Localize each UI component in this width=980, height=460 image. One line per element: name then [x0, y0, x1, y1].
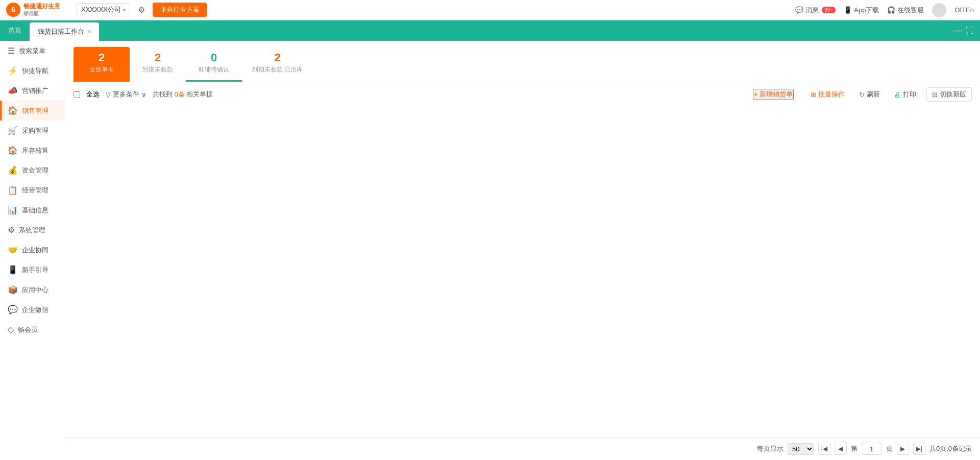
sidebar-quicknav-label: 快捷导航: [22, 66, 48, 76]
purchase-icon: 🛒: [8, 126, 18, 135]
sidebar-item-finance[interactable]: 💰 资金管理: [0, 160, 65, 180]
pagination-bar: 每页显示 50 100 200 |◀ ◀ 第 页 ▶ ▶| 共0页,0条记录: [65, 437, 980, 460]
logo-area: 6 畅捷通好生意 标准版: [6, 3, 67, 17]
main-layout: ☰ 搜索菜单 ⚡ 快捷导航 📣 营销推广 🏠 销售管理 🛒 采购管理 🏠 库存核…: [0, 41, 980, 460]
sidebar-guide-label: 新手引导: [22, 265, 48, 275]
page-number-input[interactable]: [862, 443, 882, 455]
top-bar-right: 💬 消息 99+ 📱 App下载 🎧 在线客服 OfTEn: [795, 3, 974, 17]
batch-operation-button[interactable]: ⊞ 批量操作: [806, 88, 849, 101]
trial-button[interactable]: 体验行业方案: [153, 3, 207, 17]
page-label-prefix: 第: [851, 444, 857, 453]
tab-home-label: 首页: [8, 26, 21, 35]
toolbar-divider: [800, 90, 800, 99]
corp-icon: 🤝: [8, 245, 18, 255]
sidebar-item-inventory[interactable]: 🏠 库存核算: [0, 140, 65, 160]
switch-icon: ⊟: [932, 91, 938, 99]
sidebar-item-member[interactable]: ◇ 畅会员: [0, 320, 65, 340]
content-area: 2 全部单据 2 到期未收款 0 旺辅待确认 2 到期未收款 已出库 全选: [65, 41, 980, 460]
refresh-button[interactable]: ↻ 刷新: [855, 88, 884, 101]
member-icon: ◇: [8, 325, 14, 334]
tab-bar: 首页 钱货日清工作台 × — ⛶: [0, 20, 980, 41]
tab-home[interactable]: 首页: [0, 20, 30, 41]
message-button[interactable]: 💬 消息 99+: [795, 6, 836, 15]
new-order-button[interactable]: + 新增销货单: [753, 89, 794, 100]
stat-tab-pending[interactable]: 0 旺辅待确认: [186, 47, 242, 82]
logo-sub: 标准版: [23, 10, 60, 17]
toolbar: 全选 ▽ 更多条件 ∨ 共找到 0条 相关单据 + 新增销货单 ⊞ 批量操作: [65, 82, 980, 107]
sidebar-wechat-label: 企业微信: [22, 305, 48, 314]
logo-texts: 畅捷通好生意 标准版: [23, 3, 60, 17]
tab-close-icon[interactable]: ×: [87, 28, 91, 35]
select-all-checkbox[interactable]: [74, 91, 80, 98]
per-page-select[interactable]: 50 100 200: [788, 443, 814, 455]
avatar[interactable]: [932, 3, 946, 17]
per-page-label: 每页显示: [757, 444, 783, 453]
stat-tab-overdue[interactable]: 2 到期未收款: [130, 47, 186, 82]
stat-overdue-out-num: 2: [252, 51, 303, 64]
avatar-name: OfTEn: [954, 6, 974, 14]
app-download-button[interactable]: 📱 App下载: [844, 6, 879, 15]
stat-tab-all[interactable]: 2 全部单据: [74, 47, 130, 82]
top-bar: 6 畅捷通好生意 标准版 XXXXXX公司 ▾ ⚙ 体验行业方案 💬 消息 99…: [0, 0, 980, 20]
filter-button[interactable]: ▽ 更多条件 ∨: [106, 90, 146, 99]
switch-version-button[interactable]: ⊟ 切换新版: [926, 87, 972, 102]
company-selector[interactable]: XXXXXX公司 ▾: [77, 3, 130, 16]
filter-arrow-icon: ∨: [141, 91, 146, 99]
tab-work-label: 钱货日清工作台: [38, 27, 84, 36]
sidebar-inventory-label: 库存核算: [22, 146, 48, 155]
sidebar-item-system[interactable]: ⚙ 系统管理: [0, 220, 65, 240]
sidebar-sales-label: 销售管理: [22, 106, 48, 115]
settings-button[interactable]: ⚙: [134, 3, 149, 17]
switch-label: 切换新版: [940, 90, 966, 99]
sidebar-item-appcenter[interactable]: 📦 应用中心: [0, 280, 65, 300]
filter-icon: ▽: [106, 91, 111, 99]
tab-minimize-icon[interactable]: —: [953, 26, 962, 35]
print-button[interactable]: 🖨 打印: [890, 88, 920, 101]
sidebar-item-marketing[interactable]: 📣 营销推广: [0, 81, 65, 101]
refresh-label: 刷新: [867, 90, 880, 99]
toolbar-left: 全选 ▽ 更多条件 ∨ 共找到 0条 相关单据: [74, 90, 213, 99]
sidebar-item-basic[interactable]: 📊 基础信息: [0, 200, 65, 220]
tab-work[interactable]: 钱货日清工作台 ×: [30, 22, 99, 41]
sidebar-item-guide[interactable]: 📱 新手引导: [0, 260, 65, 280]
headset-icon: 🎧: [887, 6, 895, 14]
company-name: XXXXXX公司: [81, 5, 121, 14]
sidebar-item-purchase[interactable]: 🛒 采购管理: [0, 120, 65, 140]
stat-tab-overdue-out[interactable]: 2 到期未收款 已出库: [242, 47, 313, 82]
guide-icon: 📱: [8, 265, 18, 275]
inventory-icon: 🏠: [8, 146, 18, 155]
first-page-button[interactable]: |◀: [818, 443, 830, 455]
found-prefix: 共找到: [153, 90, 173, 98]
online-service-button[interactable]: 🎧 在线客服: [887, 6, 924, 15]
operation-icon: 📋: [8, 185, 18, 195]
sidebar-system-label: 系统管理: [19, 226, 45, 235]
sidebar-item-operation[interactable]: 📋 经营管理: [0, 180, 65, 200]
sidebar-item-quicknav[interactable]: ⚡ 快捷导航: [0, 61, 65, 81]
appcenter-icon: 📦: [8, 285, 18, 295]
print-icon: 🖨: [894, 91, 901, 99]
stat-pending-label: 旺辅待确认: [196, 65, 232, 74]
next-page-button[interactable]: ▶: [897, 443, 909, 455]
found-text: 共找到 0条 相关单据: [153, 90, 213, 99]
toolbar-right: + 新增销货单 ⊞ 批量操作 ↻ 刷新 🖨 打印 ⊟ 切换新版: [753, 87, 972, 102]
system-icon: ⚙: [8, 225, 15, 235]
sidebar: ☰ 搜索菜单 ⚡ 快捷导航 📣 营销推广 🏠 销售管理 🛒 采购管理 🏠 库存核…: [0, 41, 65, 460]
sidebar-item-sales[interactable]: 🏠 销售管理: [0, 101, 65, 120]
page-label-suffix: 页: [886, 444, 893, 453]
quicknav-icon: ⚡: [8, 66, 18, 76]
sidebar-operation-label: 经营管理: [22, 186, 48, 195]
last-page-button[interactable]: ▶|: [913, 443, 925, 455]
stat-all-num: 2: [84, 51, 119, 64]
message-badge: 99+: [822, 7, 836, 13]
logo-title: 畅捷通好生意: [23, 3, 60, 10]
sidebar-search-label: 搜索菜单: [19, 46, 45, 56]
tab-maximize-icon[interactable]: ⛶: [966, 26, 974, 35]
print-label: 打印: [903, 90, 916, 99]
sidebar-item-wechat[interactable]: 💬 企业微信: [0, 300, 65, 320]
online-service-label: 在线客服: [897, 6, 924, 15]
sidebar-item-corp[interactable]: 🤝 企业协同: [0, 240, 65, 260]
found-count: 0条: [175, 90, 185, 98]
sidebar-item-search[interactable]: ☰ 搜索菜单: [0, 41, 65, 61]
stat-overdue-num: 2: [140, 51, 176, 64]
prev-page-button[interactable]: ◀: [835, 443, 847, 455]
